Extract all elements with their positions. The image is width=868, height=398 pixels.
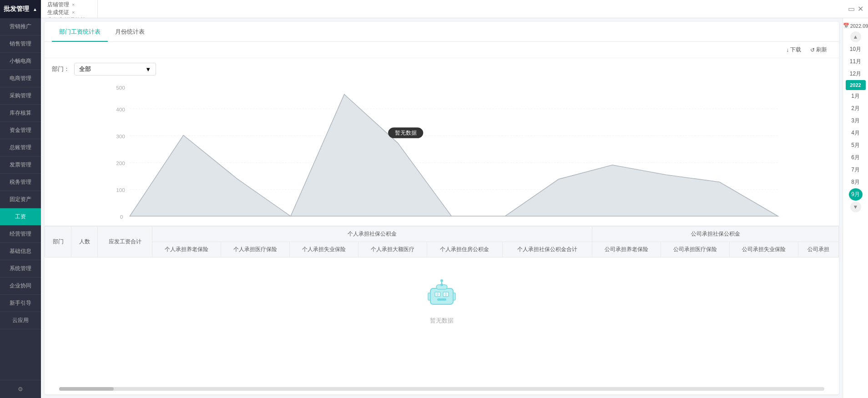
svg-rect-18	[428, 293, 430, 300]
close-icon[interactable]: ✕	[858, 5, 863, 13]
date-panel: 📅 2022.09 ▲ 10月11月12月20221月2月3月4月5月6月7月8…	[843, 18, 868, 398]
sidebar-footer[interactable]: ⚙	[0, 380, 41, 398]
sidebar-item-marketing[interactable]: 营销推广	[0, 18, 41, 35]
date-header-label: 2022.09	[850, 23, 868, 29]
sidebar-item-cloud[interactable]: 云应用	[0, 312, 41, 329]
refresh-label: 刷新	[816, 46, 827, 54]
month-item-10[interactable]: 7月	[846, 164, 866, 176]
filter-row: 部门： 全部 ▼	[45, 58, 839, 80]
tab-cert[interactable]: 生成凭证×	[41, 9, 98, 16]
col-total-wage: 应发工资合计	[98, 227, 152, 257]
table-row: 暂无数据	[45, 257, 839, 343]
table-scrollbar[interactable]	[59, 387, 824, 391]
tab-month-stats[interactable]: 月份统计表	[108, 22, 152, 42]
col-personal-major-med: 个人承担大额医疗	[358, 242, 427, 257]
svg-point-24	[436, 292, 439, 296]
svg-point-25	[444, 292, 447, 296]
col-company-unemploy: 公司承担失业保险	[730, 242, 798, 257]
refresh-icon: ↺	[810, 47, 815, 53]
dept-label: 部门：	[52, 65, 70, 73]
sidebar-item-payroll[interactable]: 工资	[0, 208, 41, 226]
month-item-12[interactable]: 9月	[849, 188, 863, 201]
col-personal-total: 个人承担社保公积金合计	[502, 242, 592, 257]
sidebar-item-system[interactable]: 系统管理	[0, 260, 41, 277]
table-wrapper: 部门 人数 应发工资合计 个人承担社保公积金 公司承担社保公积金 个人承担养老保…	[45, 226, 839, 383]
tab-bar: 首页门店商品目录×销售单×店铺管理×生成凭证×应收应付调整单×工资表×工资统计报…	[41, 0, 868, 18]
sidebar-item-mini-shop[interactable]: 小畅电商	[0, 53, 41, 70]
svg-text:300: 300	[116, 133, 125, 139]
tab-bar-end: ▭ ✕	[843, 5, 868, 13]
calendar-icon: 📅	[843, 23, 849, 29]
col-company-medical: 公司承担医疗保险	[661, 242, 730, 257]
col-personal-social: 个人承担社保公积金	[152, 227, 592, 242]
tab-close-cert[interactable]: ×	[72, 10, 75, 15]
sidebar-item-collab[interactable]: 企业协同	[0, 277, 41, 295]
data-table: 部门 人数 应发工资合计 个人承担社保公积金 公司承担社保公积金 个人承担养老保…	[45, 226, 839, 343]
month-item-2[interactable]: 12月	[846, 68, 866, 80]
sidebar-item-inventory[interactable]: 库存核算	[0, 105, 41, 122]
sidebar-item-ecommerce[interactable]: 电商管理	[0, 70, 41, 87]
restore-icon[interactable]: ▭	[848, 5, 855, 13]
download-button[interactable]: ↓ 下载	[782, 45, 806, 55]
col-company-more: 公司承担	[798, 242, 838, 257]
date-panel-header: 📅 2022.09	[842, 21, 868, 30]
sidebar: 批发管理 ▲ 营销推广销售管理小畅电商电商管理采购管理库存核算资金管理总账管理发…	[0, 0, 41, 398]
scrollbar-container	[45, 383, 839, 394]
table-scroll-thumb	[59, 387, 114, 391]
tab-dept-stats[interactable]: 部门工资统计表	[52, 22, 108, 42]
sidebar-item-sales[interactable]: 销售管理	[0, 35, 41, 53]
month-item-0[interactable]: 10月	[846, 43, 866, 55]
content: 部门工资统计表 月份统计表 ↓ 下载 ↺ 刷新 部门： 全部 ▼	[41, 18, 868, 398]
svg-rect-19	[453, 293, 455, 300]
chevron-down-icon: ▼	[145, 66, 151, 73]
sidebar-header[interactable]: 批发管理 ▲	[0, 0, 41, 18]
date-down-button[interactable]: ▼	[850, 202, 861, 212]
month-item-8[interactable]: 5月	[846, 139, 866, 151]
sidebar-item-purchase[interactable]: 采购管理	[0, 87, 41, 105]
svg-point-21	[440, 283, 443, 286]
month-item-7[interactable]: 4月	[846, 127, 866, 139]
col-company-social: 公司承担社保公积金	[592, 227, 839, 242]
month-item-3[interactable]: 2022	[846, 80, 866, 90]
download-label: 下载	[790, 46, 801, 54]
sub-tab-bar: 部门工资统计表 月份统计表	[45, 22, 839, 42]
tab-store-mgmt[interactable]: 店铺管理×	[41, 1, 98, 9]
sidebar-item-guide[interactable]: 新手引导	[0, 295, 41, 312]
tab-close-store-mgmt[interactable]: ×	[72, 2, 75, 7]
col-personal-housing: 个人承担住房公积金	[427, 242, 502, 257]
svg-marker-11	[130, 94, 778, 216]
svg-rect-14	[430, 288, 453, 304]
month-item-11[interactable]: 8月	[846, 176, 866, 188]
sidebar-item-assets[interactable]: 固定资产	[0, 191, 41, 208]
tab-label-cert: 生成凭证	[47, 9, 69, 16]
sidebar-item-operation[interactable]: 经营管理	[0, 226, 41, 243]
sidebar-item-tax[interactable]: 税务管理	[0, 174, 41, 191]
date-up-button[interactable]: ▲	[850, 31, 861, 42]
svg-text:400: 400	[116, 106, 125, 112]
sidebar-item-invoice[interactable]: 发票管理	[0, 156, 41, 174]
svg-text:500: 500	[116, 85, 125, 91]
tab-label-store-mgmt: 店铺管理	[47, 1, 69, 9]
month-item-1[interactable]: 11月	[846, 55, 866, 68]
refresh-button[interactable]: ↺ 刷新	[806, 45, 832, 55]
empty-state: 暂无数据	[45, 257, 839, 343]
col-dept: 部门	[45, 227, 71, 257]
svg-text:100: 100	[116, 187, 125, 193]
month-items: 10月11月12月20221月2月3月4月5月6月7月8月9月	[846, 43, 866, 201]
dept-value: 全部	[79, 65, 91, 73]
svg-rect-17	[437, 298, 446, 301]
col-personal-pension: 个人承担养老保险	[152, 242, 221, 257]
month-item-5[interactable]: 2月	[846, 102, 866, 115]
dept-select[interactable]: 全部 ▼	[74, 63, 156, 76]
sidebar-item-ledger[interactable]: 总账管理	[0, 139, 41, 156]
col-personal-unemploy: 个人承担失业保险	[289, 242, 358, 257]
sidebar-item-finance[interactable]: 资金管理	[0, 122, 41, 139]
month-item-4[interactable]: 1月	[846, 90, 866, 102]
month-item-9[interactable]: 6月	[846, 151, 866, 164]
empty-text: 暂无数据	[430, 317, 454, 325]
sidebar-item-basic[interactable]: 基础信息	[0, 243, 41, 260]
main-panel: 部门工资统计表 月份统计表 ↓ 下载 ↺ 刷新 部门： 全部 ▼	[45, 22, 839, 394]
col-personal-medical: 个人承担医疗保险	[221, 242, 289, 257]
svg-text:0: 0	[120, 214, 123, 220]
month-item-6[interactable]: 3月	[846, 115, 866, 127]
